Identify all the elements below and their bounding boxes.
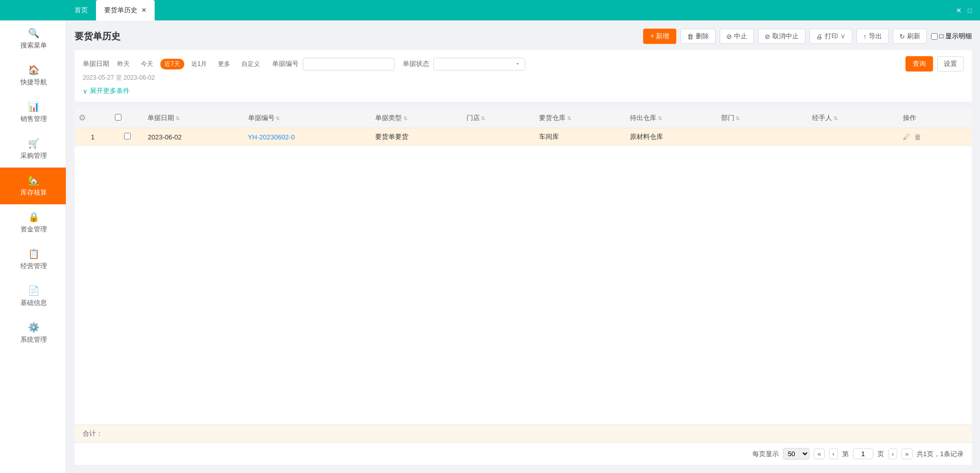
shortcut-last7days[interactable]: 近7天 [160,59,184,69]
table-scroll[interactable]: ⚙ 单据日期 单据编号 单据类型 门店 要货仓库 待出仓库 部门 [75,108,972,424]
date-shortcuts: 昨天 今天 近7天 近1月 更多 自定义 [113,59,264,69]
quick-nav-icon: 🏠 [28,64,39,76]
table-container: ⚙ 单据日期 单据编号 单据类型 门店 要货仓库 待出仓库 部门 [75,108,972,465]
col-num[interactable]: 单据编号 [244,108,372,128]
table-row: 1 2023-06-02 YH-20230602-0 要货单要货 车间库 原材料… [75,128,972,146]
sidebar-item-inventory[interactable]: 🏡 库存核算 [0,168,66,204]
shortcut-today[interactable]: 今天 [137,59,157,69]
col-type[interactable]: 单据类型 [371,108,462,128]
last-page-button[interactable]: » [901,448,912,459]
per-page-select[interactable]: 50 20 100 [783,448,810,460]
filter-area: 单据日期 昨天 今天 近7天 近1月 更多 自定义 单据编号 [75,50,972,102]
filter-row: 单据日期 昨天 今天 近7天 近1月 更多 自定义 单据编号 [83,56,964,72]
col-dept[interactable]: 部门 [717,108,808,128]
status-select[interactable] [433,58,525,70]
shortcut-custom[interactable]: 自定义 [237,59,264,69]
col-handler[interactable]: 经手人 [808,108,899,128]
operations-icon: 📋 [28,248,39,259]
next-page-button[interactable]: › [888,448,897,459]
sidebar: 🔍 搜索菜单 🏠 快捷导航 📊 销售管理 🛒 采购管理 🏡 库存核算 🔒 资金管… [0,20,66,473]
row-checkbox[interactable] [124,133,131,139]
toolbar: + 新增 🗑 🗑 删除 删除 ⊘ 中止 ⊘ 取消中止 🖨 打印 ∨ [643,29,972,44]
col-req-wh[interactable]: 要货仓库 [535,108,626,128]
sidebar-item-search-menu[interactable]: 🔍 搜索菜单 [0,20,66,57]
refresh-icon: ↻ [899,33,905,40]
date-filter: 单据日期 昨天 今天 近7天 近1月 更多 自定义 [83,59,264,69]
print-icon: 🖨 [816,33,823,40]
summary-label: 合计： [83,429,103,438]
col-date[interactable]: 单据日期 [143,108,243,128]
system-mgmt-icon: ⚙️ [28,322,39,333]
shortcut-yesterday[interactable]: 昨天 [113,59,134,69]
sidebar-item-finance[interactable]: 🔒 资金管理 [0,204,66,241]
row-handler [808,128,899,146]
row-req-wh: 车间库 [535,128,626,146]
tab-close-icon[interactable]: ✕ [141,7,146,14]
settings-button[interactable]: 设置 [937,56,964,72]
sidebar-item-basic-info[interactable]: 📄 基础信息 [0,278,66,315]
stop-button[interactable]: ⊘ 中止 [720,29,754,44]
content-area: 要货单历史 + 新增 🗑 🗑 删除 删除 ⊘ 中止 ⊘ 取消中止 🖨 [66,20,980,473]
sidebar-item-operations[interactable]: 📋 经营管理 [0,241,66,278]
page-title: 要货单历史 [75,30,120,42]
per-page-label: 每页显示 [752,450,779,459]
page-header: 要货单历史 + 新增 🗑 🗑 删除 删除 ⊘ 中止 ⊘ 取消中止 🖨 [75,29,972,44]
row-num-link[interactable]: YH-20230602-0 [248,133,295,141]
sales-mgmt-icon: 📊 [28,101,39,112]
row-date: 2023-06-02 [143,128,243,146]
row-type: 要货单要货 [371,128,462,146]
window-maximize-icon[interactable]: □ [968,7,972,14]
data-table: ⚙ 单据日期 单据编号 单据类型 门店 要货仓库 待出仓库 部门 [75,108,972,146]
shortcut-more[interactable]: 更多 [214,59,234,69]
docnum-input[interactable] [303,58,395,70]
search-menu-icon: 🔍 [28,28,39,39]
show-detail-toggle[interactable]: □ 显示明细 [931,32,972,41]
window-close-icon[interactable]: ✕ [956,7,962,14]
tab-home[interactable]: 首页 [66,0,96,20]
column-settings-icon[interactable]: ⚙ [79,113,86,122]
row-wait-wh: 原材料仓库 [626,128,717,146]
cancel-stop-button[interactable]: ⊘ 取消中止 [758,29,805,44]
tab-requisition-history[interactable]: 要货单历史 ✕ [96,0,155,20]
sidebar-item-quick-nav[interactable]: 🏠 快捷导航 [0,57,66,94]
sidebar-item-purchase-mgmt[interactable]: 🛒 采购管理 [0,131,66,168]
stop-icon: ⊘ [726,33,732,40]
select-all-checkbox[interactable] [115,114,121,121]
main-layout: 🔍 搜索菜单 🏠 快捷导航 📊 销售管理 🛒 采购管理 🏡 库存核算 🔒 资金管… [0,20,980,473]
inventory-icon: 🏡 [28,175,39,186]
delete-icon: 🗑 [687,33,694,40]
query-button[interactable]: 查询 [905,56,933,72]
current-page-input[interactable] [853,448,873,459]
shortcut-last1month[interactable]: 近1月 [187,59,211,69]
col-checkbox [111,108,143,128]
sidebar-item-system-mgmt[interactable]: ⚙️ 系统管理 [0,315,66,351]
status-filter: 单据状态 [403,58,525,70]
docnum-label: 单据编号 [272,59,299,68]
sidebar-item-sales-mgmt[interactable]: 📊 销售管理 [0,94,66,131]
top-bar-right: ✕ □ [956,7,980,14]
new-button[interactable]: + 新增 [643,29,676,44]
finance-icon: 🔒 [28,211,39,223]
col-store[interactable]: 门店 [462,108,535,128]
purchase-mgmt-icon: 🛒 [28,138,39,149]
row-edit-icon[interactable]: 🖊 [903,133,910,141]
show-detail-label: □ 显示明细 [940,32,972,41]
col-wait-wh[interactable]: 待出仓库 [626,108,717,128]
expand-filters-button[interactable]: ∨ 展开更多条件 [83,86,964,96]
delete-button[interactable]: 🗑 🗑 删除 删除 [680,29,716,44]
prev-page-button[interactable]: ‹ [829,448,838,459]
export-button[interactable]: ↑ 导出 [856,29,889,44]
first-page-button[interactable]: « [814,448,824,459]
page-label: 第 [842,450,849,459]
row-delete-icon[interactable]: 🗑 [914,133,921,141]
print-button[interactable]: 🖨 打印 ∨ [810,29,852,44]
export-icon: ↑ [863,33,867,40]
expand-label: 展开更多条件 [90,86,130,96]
row-dept [717,128,808,146]
show-detail-checkbox[interactable] [931,33,938,40]
table-header-row: ⚙ 单据日期 单据编号 单据类型 门店 要货仓库 待出仓库 部门 [75,108,972,128]
filter-actions: 查询 设置 [905,56,964,72]
total-info: 共1页，1条记录 [917,450,964,459]
refresh-button[interactable]: ↻ 刷新 [893,29,927,44]
status-label: 单据状态 [403,59,429,68]
